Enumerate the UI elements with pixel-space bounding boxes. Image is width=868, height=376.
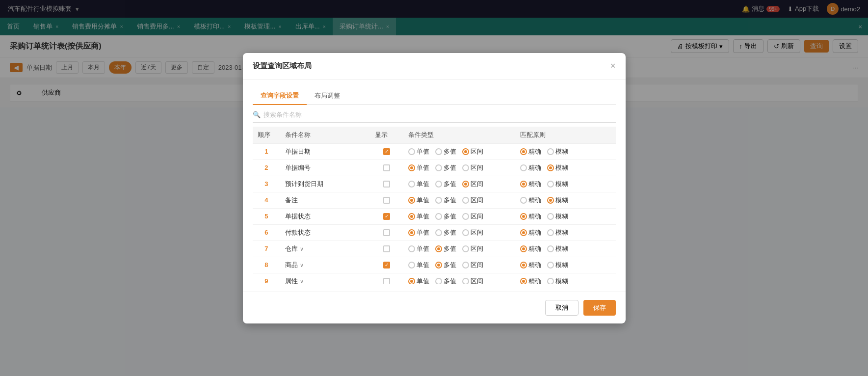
- modal-header: 设置查询区域布局 ×: [243, 53, 626, 80]
- modal-title: 设置查询区域布局: [253, 61, 312, 71]
- settings-modal: 设置查询区域布局 × 查询字段设置 布局调整 🔍: [243, 53, 626, 108]
- modal-close-button[interactable]: ×: [610, 61, 616, 71]
- modal-tabs: 查询字段设置 布局调整: [253, 87, 616, 105]
- tab-layout[interactable]: 布局调整: [307, 87, 348, 105]
- tab-query-fields[interactable]: 查询字段设置: [253, 87, 307, 105]
- modal-overlay: 设置查询区域布局 × 查询字段设置 布局调整 🔍: [0, 0, 868, 107]
- modal-body: 查询字段设置 布局调整 🔍 顺序 条件名称 显示: [243, 80, 626, 108]
